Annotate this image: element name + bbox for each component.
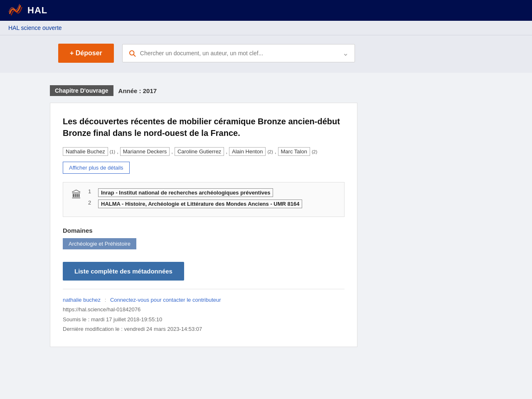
nav-hal-science[interactable]: HAL science ouverte — [8, 25, 62, 31]
authors-row: Nathalie Buchez (1) , Marianne Deckers ,… — [63, 147, 345, 156]
hal-logo-icon — [8, 3, 23, 18]
author-num-2a: (2) — [267, 149, 273, 154]
author-nathalie-buchez[interactable]: Nathalie Buchez — [63, 147, 108, 156]
author-alain-henton[interactable]: Alain Henton — [229, 147, 266, 156]
domaines-section: Domaines Archéologie et Préhistoire — [63, 227, 345, 249]
affiliations-box: 🏛 1 Inrap - Institut national de recherc… — [63, 182, 345, 217]
author-caroline-gutierrez[interactable]: Caroline Gutierrez — [175, 147, 224, 156]
contributor-link[interactable]: nathalie buchez — [63, 297, 101, 303]
domaine-tag: Archéologie et Préhistoire — [63, 238, 136, 249]
affiliation-1: 1 Inrap - Institut national de recherche… — [88, 188, 302, 197]
search-area: + Déposer ⌄ — [0, 35, 532, 73]
affiliation-2: 2 HALMA - Histoire, Archéologie et Litté… — [88, 200, 302, 208]
author-marianne-deckers[interactable]: Marianne Deckers — [120, 147, 170, 156]
site-header: HAL — [0, 0, 532, 21]
domaines-label: Domaines — [63, 227, 345, 234]
author-num-1: (1) — [110, 149, 115, 154]
doc-meta: Chapitre D'ouvrage Année : 2017 — [50, 85, 482, 96]
search-container: ⌄ — [122, 44, 355, 62]
details-link[interactable]: Afficher plus de détails — [63, 162, 130, 174]
search-input[interactable] — [140, 50, 338, 57]
institution-icon: 🏛 — [71, 189, 81, 201]
search-icon — [128, 49, 136, 57]
affiliations-list: 1 Inrap - Institut national de recherche… — [88, 188, 302, 211]
svg-line-1 — [133, 54, 135, 56]
connect-link[interactable]: Connectez-vous pour contacter le contrib… — [110, 297, 221, 303]
author-num-2b: (2) — [312, 149, 317, 154]
metadata-button[interactable]: Liste complète des métadonnées — [63, 262, 184, 281]
hal-logo[interactable]: HAL — [8, 3, 47, 18]
doc-url: https://hal.science/hal-01842076 — [63, 305, 345, 314]
submitted-date: Soumis le : mardi 17 juillet 2018-19:55:… — [63, 315, 345, 324]
footer-info: nathalie buchez : Connectez-vous pour co… — [63, 289, 345, 334]
deposit-button[interactable]: + Déposer — [58, 44, 114, 63]
main-content: Chapitre D'ouvrage Année : 2017 Les déco… — [0, 73, 532, 360]
last-modified-date: Dernière modification le : vendredi 24 m… — [63, 324, 345, 334]
doc-card: Les découvertes récentes de mobilier cér… — [50, 103, 357, 347]
nav-bar: HAL science ouverte — [0, 21, 532, 35]
doc-year: Année : 2017 — [118, 87, 157, 94]
doc-type-badge: Chapitre D'ouvrage — [50, 85, 113, 96]
doc-title: Les découvertes récentes de mobilier cér… — [63, 116, 345, 139]
author-marc-talon[interactable]: Marc Talon — [278, 147, 310, 156]
chevron-down-icon: ⌄ — [342, 49, 349, 58]
hal-logo-text: HAL — [27, 5, 47, 16]
